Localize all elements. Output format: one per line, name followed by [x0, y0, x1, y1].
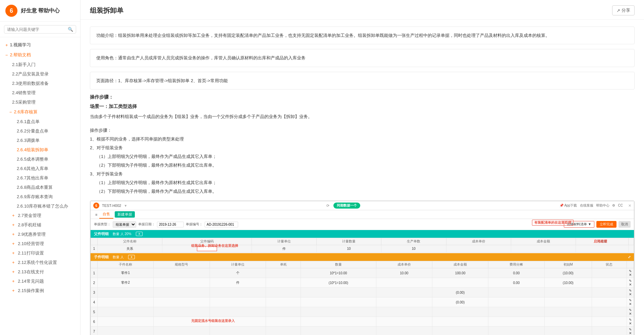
- mock-th-parent-code: 父件编码: [162, 238, 252, 245]
- nav-tree: + 1.视频学习 − 2.帮助文档 2.1新手入门 2.2产品安装及登录 2.3…: [0, 37, 80, 335]
- mock-th-cost-amount: 成本金额: [511, 238, 576, 245]
- sidebar-item-ops[interactable]: + 2.10经营管理: [0, 239, 80, 248]
- mock-expand-lower-btn[interactable]: ⤢: [628, 255, 631, 259]
- step2-1-text: （1）上部明细为父件明细，最终作为产成品生成其它入库单；: [97, 152, 635, 161]
- screenshot-container: 6 TEST-H002 ▼ ⟳ 同期数据一个 📌 App下载 在线客服 帮助中心…: [90, 201, 635, 335]
- mock-cancel-btn[interactable]: 取消: [619, 221, 631, 228]
- collapse-icon: −: [9, 110, 12, 115]
- sidebar-item-newcomer[interactable]: 2.1新手入门: [0, 60, 80, 69]
- expand-icon: +: [12, 213, 15, 218]
- sidebar-item-ledger-query[interactable]: 2.6.9库存账本查询: [0, 192, 80, 202]
- expand-icon: +: [12, 288, 15, 293]
- mock-lower-row-3: 3 (0.00): [91, 288, 634, 297]
- share-icon: ↗: [616, 8, 620, 13]
- mock-lower-row-7: 7: [91, 327, 634, 335]
- logo-icon: 6: [5, 5, 17, 17]
- sidebar-item-data-prep[interactable]: 2.3使用前数据准备: [0, 79, 80, 88]
- mock-add-lower-row-btn[interactable]: +: [128, 255, 135, 259]
- mock-lower-row-1: 1 零件1 个 10*1=10.00 10.00 100.00 0.00: [91, 268, 634, 278]
- sidebar-item-faq[interactable]: + 2.14常见问题: [0, 277, 80, 286]
- sidebar-item-install[interactable]: 2.2产品安装及登录: [0, 69, 80, 79]
- mock-add-row-btn[interactable]: +: [136, 232, 143, 236]
- expand-icon: +: [12, 260, 15, 265]
- mock-lower-row-2: 2 零件2 件 (10*1=10.00) 0.00 (10.00): [91, 278, 634, 288]
- steps-title: 操作步骤：: [90, 94, 635, 100]
- mock-th-check: [91, 238, 98, 245]
- mock-type-select[interactable]: 组装单据 拆卸单据: [113, 221, 136, 228]
- expand-icon: +: [12, 241, 15, 246]
- step3-2-text: （2）下部明细为子件明细，最终作为产成品生成其它入库单。: [97, 187, 635, 196]
- step3-text: 3、对于拆装业务: [90, 170, 635, 178]
- mock-nav-tabs: ≡ 自售 新建单据: [91, 210, 634, 219]
- mock-type-label: 单据类型：: [94, 222, 111, 227]
- sidebar-item-other-in[interactable]: 2.6.6其他入库单: [0, 164, 80, 173]
- sidebar-item-mobile[interactable]: + 2.8手机旺铺: [0, 220, 80, 230]
- sidebar-item-purchase[interactable]: 2.5采购管理: [0, 98, 80, 107]
- step3-1-text: （1）上部明细为父件明细，最终作为原材料生成其它出库单；: [97, 178, 635, 187]
- expand-icon: +: [12, 279, 15, 284]
- sidebar-item-inventory-check[interactable]: 2.6.1盘点单: [0, 117, 80, 126]
- step2-2-text: （2）下部明细为子件明细，最终作为原材料生成其它出库单。: [97, 161, 635, 170]
- mock-left-nav-icon: ≡: [93, 210, 99, 219]
- sidebar-item-cases[interactable]: + 2.15操作案例: [0, 286, 80, 295]
- sidebar-item-ledger-error[interactable]: 2.6.10库存账本错了怎么办: [0, 202, 80, 211]
- main-header: 组装拆卸单 ↗ 分享: [80, 0, 644, 20]
- main-content: 组装拆卸单 ↗ 分享 功能介绍：组装拆卸单用来处理企业组装或拆卸等加工业务，支持…: [80, 0, 644, 335]
- mock-form-area: 单据类型： 组装单据 拆卸单据 单据日期： 单据编号： 有装配清单的在这里处理: [91, 219, 634, 230]
- mock-parent-code-input[interactable]: [197, 246, 217, 251]
- logo-text: 好生意 帮助中心: [21, 7, 60, 14]
- mock-upper-section-header: 父件明细 数量 人 20% +: [91, 230, 634, 238]
- sidebar-item-print[interactable]: + 2.11打印设置: [0, 248, 80, 258]
- sidebar-item-inventory-split[interactable]: 2.6.2分量盘点单: [0, 126, 80, 136]
- sidebar-item-cost-adjust[interactable]: 2.6.5成本调整单: [0, 155, 80, 164]
- sidebar-item-sales[interactable]: 2.4销售管理: [0, 88, 80, 98]
- sidebar-item-cost-calc[interactable]: 2.6.8商品成本重算: [0, 183, 80, 192]
- step2-text: 2、对于组装业务: [90, 144, 635, 152]
- mock-app-id: TEST-H002: [102, 204, 121, 208]
- mock-upper-row-1: 1 关系 件 10 10: [91, 245, 634, 253]
- mock-number-input[interactable]: [205, 222, 238, 227]
- sidebar-item-finance[interactable]: + 2.7资金管理: [0, 211, 80, 220]
- expand-icon: +: [12, 232, 15, 237]
- mock-upper-section: 父件明细 数量 人 20% + 组装业务、拆卸业务在这里选择: [91, 230, 634, 253]
- collapse-icon: −: [5, 53, 8, 58]
- intro-block: 功能介绍：组装拆卸单用来处理企业组装或拆卸等加工业务，支持有固定装配清单的产品加…: [90, 26, 635, 44]
- sidebar-item-video[interactable]: + 1.视频学习: [0, 40, 80, 50]
- sidebar-item-payment[interactable]: + 2.13在线支付: [0, 267, 80, 277]
- mock-dropdown-icon: ▼: [124, 204, 127, 208]
- mock-save-btn[interactable]: 立即完成: [596, 221, 616, 228]
- substeps-title: 操作步骤：: [90, 126, 635, 135]
- role-block: 使用角色：通常由生产人员或库管人员完成拆装业务的操作，库管人员确认原材料的出库和…: [90, 49, 635, 67]
- sidebar-item-inventory[interactable]: − 2.6库存核算: [0, 107, 80, 117]
- mock-date-input[interactable]: [157, 222, 184, 227]
- mock-tab-自售[interactable]: 自售: [99, 210, 113, 219]
- screenshot-inner: 6 TEST-H002 ▼ ⟳ 同期数据一个 📌 App下载 在线客服 帮助中心…: [90, 201, 634, 335]
- sidebar-item-coupon[interactable]: + 2.9优惠券管理: [0, 230, 80, 239]
- mock-upper-table: 父件名称 父件编码 计量单位 计量数量 生产单数 成本单价 成本金额 可用量: [91, 238, 634, 253]
- mock-th-action: [629, 238, 634, 245]
- mock-th-parent-name: 父件名称: [98, 238, 162, 245]
- mock-tab-new[interactable]: 新建单据: [115, 211, 135, 218]
- mock-th-avail: 可用量: [576, 238, 629, 245]
- sidebar-item-other-out[interactable]: 2.6.7其他出库单: [0, 173, 80, 183]
- expand-icon: +: [12, 250, 15, 256]
- mock-th-qty: 计量数量: [316, 238, 381, 245]
- search-input[interactable]: [7, 27, 68, 32]
- expand-icon: +: [5, 43, 8, 48]
- sidebar-item-inventory-adjust[interactable]: 2.6.3调拨单: [0, 136, 80, 145]
- expand-icon: +: [12, 269, 15, 274]
- mock-annotation1: 有装配清单的在这里处理: [532, 220, 574, 226]
- page-title: 组装拆卸单: [90, 6, 123, 15]
- mock-tab-green: 同期数据一个: [333, 203, 360, 209]
- sidebar-item-assembly[interactable]: 2.6.4组装拆卸单: [0, 145, 80, 155]
- sidebar-item-docs[interactable]: − 2.帮助文档: [0, 50, 80, 60]
- sidebar-item-customize[interactable]: + 2.12系统个性化设置: [0, 258, 80, 267]
- mock-lower-section: 子件明细 数量 人 + ⤢ 启用处理 子件名称: [91, 253, 634, 335]
- intro-text: 功能介绍：组装拆卸单用来处理企业组装或拆卸等加工业务，支持有固定装配清单的产品加…: [96, 33, 550, 38]
- search-icon[interactable]: 🔍: [68, 27, 73, 32]
- scenario-desc: 当由多个子件材料组装成一个成品的业务为【组装】业务，当由一个父件拆分成多个子产品…: [90, 112, 635, 121]
- share-button[interactable]: ↗ 分享: [612, 5, 635, 15]
- mock-th-unit: 计量单位: [252, 238, 316, 245]
- step1-text: 1、根据不同的业务，选择不同单据的类型来处理: [90, 135, 635, 144]
- mock-lower-row-6: 6: [91, 317, 634, 327]
